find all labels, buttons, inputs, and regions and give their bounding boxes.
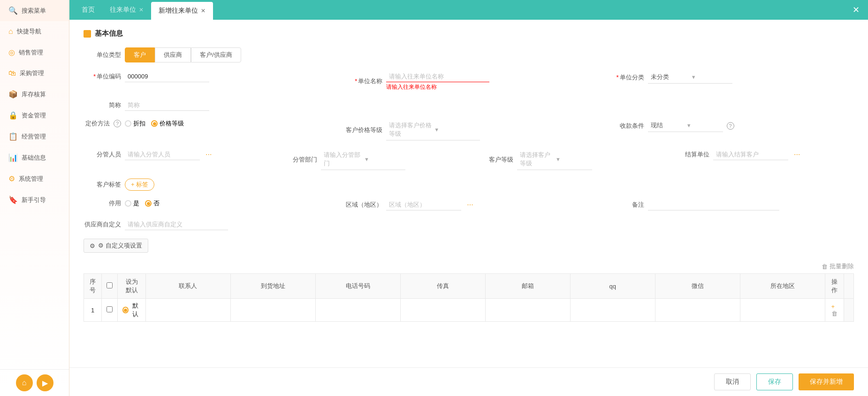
remark-input[interactable] bbox=[648, 199, 779, 210]
sidebar-item-basic-info[interactable]: 📊 基础信息 bbox=[0, 147, 69, 168]
col-header-address: 到货地址 bbox=[230, 274, 315, 299]
pricing-radio-discount[interactable]: 折扣 bbox=[125, 119, 145, 128]
supplier-custom-row: 供应商自定义 bbox=[84, 219, 854, 230]
row-address-input[interactable] bbox=[236, 305, 311, 316]
row-delete-btn[interactable]: 🗑 bbox=[831, 310, 838, 317]
customer-price-level-select[interactable]: 请选择客户价格等级 ▼ bbox=[386, 119, 480, 140]
pricing-method-help[interactable]: ? bbox=[114, 120, 121, 127]
disabled-radio-yes[interactable]: 是 bbox=[125, 199, 139, 208]
unit-code-field: *单位编码 bbox=[84, 71, 331, 82]
region-input[interactable] bbox=[386, 199, 461, 210]
cell-seq: 1 bbox=[84, 299, 102, 322]
sidebar-bottom-btn-2[interactable]: ▶ bbox=[37, 374, 53, 391]
tab-partners-close[interactable]: ✕ bbox=[139, 7, 144, 13]
supplier-custom-label: 供应商自定义 bbox=[84, 220, 121, 229]
payment-terms-label: 收款条件 bbox=[607, 122, 644, 130]
sidebar-item-inventory[interactable]: 📦 库存核算 bbox=[0, 84, 69, 105]
custom-settings-btn[interactable]: ⚙ ⚙ 自定义项设置 bbox=[84, 239, 148, 253]
disabled-radio-group: 是 否 bbox=[125, 199, 160, 208]
disabled-field: 停用 是 否 bbox=[84, 199, 331, 208]
save-button[interactable]: 保存 bbox=[756, 373, 793, 390]
tab-home[interactable]: 首页 bbox=[74, 0, 102, 20]
settlement-unit-more-btn[interactable]: ··· bbox=[792, 150, 802, 159]
col-header-seq: 序号 bbox=[84, 274, 102, 299]
pricing-radio-level-label: 价格等级 bbox=[160, 119, 184, 128]
sidebar-item-purchase[interactable]: 🛍 采购管理 bbox=[0, 63, 69, 84]
unit-category-select[interactable]: 未分类 ▼ bbox=[648, 71, 732, 84]
customer-tag-label: 客户标签 bbox=[84, 180, 121, 189]
region-field: 区域（地区） ··· bbox=[345, 199, 592, 210]
manager-more-btn[interactable]: ··· bbox=[204, 150, 213, 159]
region-more-btn[interactable]: ··· bbox=[465, 201, 475, 209]
table-section: 🗑 批量删除 序号 设为默认 联系人 到货地址 电话号码 传真 邮箱 qq bbox=[84, 262, 854, 322]
unit-type-row: 单位类型 客户 供应商 客户/供应商 bbox=[84, 47, 854, 62]
payment-terms-field: 收款条件 现结 ▼ ? bbox=[607, 119, 854, 132]
cell-checkbox bbox=[102, 299, 118, 322]
cell-scrollbar bbox=[844, 299, 854, 322]
save-new-button[interactable]: 保存并新增 bbox=[799, 373, 854, 390]
manager-input[interactable] bbox=[125, 149, 200, 160]
tab-new-partner-close[interactable]: ✕ bbox=[201, 8, 206, 14]
disabled-radio-no-circle bbox=[145, 200, 152, 207]
tab-new-partner[interactable]: 新增往来单位 ✕ bbox=[151, 2, 213, 20]
payment-terms-select[interactable]: 现结 ▼ bbox=[648, 119, 723, 132]
col-header-checkbox bbox=[102, 274, 118, 299]
contacts-table: 序号 设为默认 联系人 到货地址 电话号码 传真 邮箱 qq 微信 所在地区 操… bbox=[84, 273, 854, 322]
sidebar-item-finance[interactable]: 🔒 资金管理 bbox=[0, 105, 69, 126]
sidebar-item-quick-nav-label: 快捷导航 bbox=[17, 27, 41, 36]
cell-phone bbox=[315, 299, 400, 322]
sidebar-item-operations[interactable]: 📋 经营管理 bbox=[0, 126, 69, 147]
row-add-btn[interactable]: + bbox=[831, 303, 835, 310]
row-phone-input[interactable] bbox=[320, 305, 396, 316]
sidebar-bottom-btn-1[interactable]: ⌂ bbox=[16, 374, 33, 391]
sidebar: 🔍 搜索菜单 ⌂ 快捷导航 ◎ 销售管理 🛍 采购管理 📦 库存核算 🔒 资金管… bbox=[0, 0, 69, 396]
type-btn-supplier[interactable]: 供应商 bbox=[155, 47, 191, 62]
cancel-button[interactable]: 取消 bbox=[714, 373, 751, 390]
tab-partners[interactable]: 往来单位 ✕ bbox=[102, 0, 151, 20]
pricing-radio-level[interactable]: 价格等级 bbox=[151, 119, 184, 128]
type-btn-both[interactable]: 客户/供应商 bbox=[191, 47, 241, 62]
type-btn-customer[interactable]: 客户 bbox=[125, 47, 155, 62]
row-fax-input[interactable] bbox=[405, 305, 480, 316]
row-wechat-input[interactable] bbox=[660, 305, 735, 316]
cell-default: 默认 bbox=[118, 299, 145, 322]
select-all-checkbox[interactable] bbox=[107, 282, 113, 288]
cell-qq bbox=[570, 299, 655, 322]
add-tag-btn[interactable]: + 标签 bbox=[125, 179, 154, 191]
customer-price-level-label: 客户价格等级 bbox=[345, 126, 382, 134]
sidebar-item-guide[interactable]: 🔖 新手引导 bbox=[0, 189, 69, 210]
department-field: 分管部门 请输入分管部门 ▼ bbox=[280, 149, 462, 170]
sidebar-item-sales[interactable]: ◎ 销售管理 bbox=[0, 42, 69, 63]
row-location-input[interactable] bbox=[745, 305, 820, 316]
unit-name-field-group: 请输入往来单位名称 bbox=[386, 71, 489, 91]
department-select[interactable]: 请输入分管部门 ▼ bbox=[321, 149, 405, 170]
supplier-custom-input[interactable] bbox=[125, 219, 228, 230]
settlement-unit-input[interactable] bbox=[713, 149, 788, 160]
custom-settings-label: ⚙ 自定义项设置 bbox=[98, 241, 142, 250]
sidebar-item-system[interactable]: ⚙ 系统管理 bbox=[0, 168, 69, 189]
system-icon: ⚙ bbox=[8, 174, 15, 183]
sidebar-item-search[interactable]: 🔍 搜索菜单 bbox=[0, 0, 69, 21]
row-default-radio[interactable] bbox=[122, 307, 128, 313]
row-contact-input[interactable] bbox=[151, 305, 226, 316]
section-basic-info: 基本信息 bbox=[84, 29, 854, 38]
row-email-input[interactable] bbox=[490, 305, 565, 316]
payment-terms-help[interactable]: ? bbox=[727, 122, 734, 130]
customer-level-select[interactable]: 请选择客户等级 ▼ bbox=[517, 149, 592, 170]
sidebar-item-quick-nav[interactable]: ⌂ 快捷导航 bbox=[0, 21, 69, 42]
row-checkbox[interactable] bbox=[107, 306, 113, 312]
department-arrow: ▼ bbox=[364, 156, 403, 162]
row-qq-input[interactable] bbox=[575, 305, 650, 316]
cell-location bbox=[740, 299, 825, 322]
unit-name-input[interactable] bbox=[386, 71, 489, 82]
department-label: 分管部门 bbox=[280, 155, 317, 164]
manager-field: 分管人员 ··· bbox=[84, 149, 266, 160]
disabled-radio-yes-circle bbox=[125, 200, 131, 207]
tab-bar-close-all[interactable]: ✕ bbox=[849, 5, 863, 15]
cell-email bbox=[485, 299, 570, 322]
disabled-radio-no[interactable]: 否 bbox=[145, 199, 160, 208]
batch-delete-btn[interactable]: 🗑 批量删除 bbox=[822, 262, 854, 271]
short-name-input[interactable] bbox=[125, 100, 209, 111]
pricing-radio-discount-label: 折扣 bbox=[133, 119, 145, 128]
unit-code-input[interactable] bbox=[125, 71, 209, 82]
